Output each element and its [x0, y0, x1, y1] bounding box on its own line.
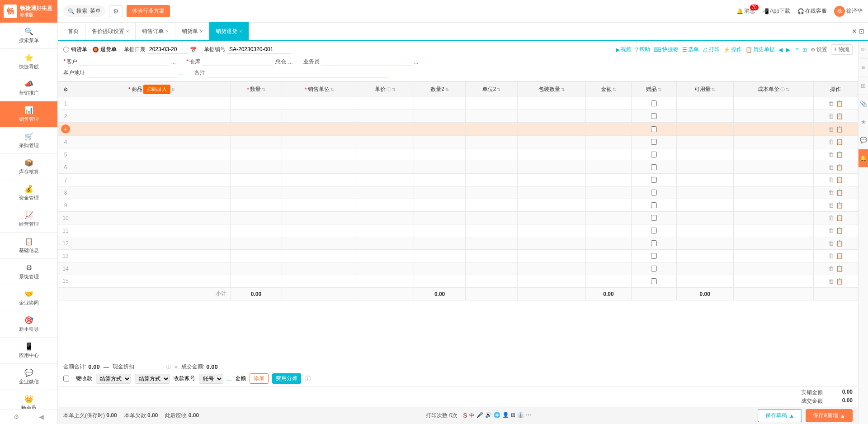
copy-row-icon[interactable]: 📋 [836, 202, 843, 209]
sidebar-settings-icon[interactable]: ⚙ [14, 413, 19, 420]
next-record-icon[interactable]: ▶ [786, 47, 790, 53]
sort-qty-icon[interactable]: ⇅ [262, 87, 265, 92]
topbar-search[interactable]: 🔍 搜索 菜单 [63, 5, 105, 17]
shortcut-btn[interactable]: ⌨ 快捷键 [654, 46, 679, 53]
delete-row-icon[interactable]: 🗑 [828, 265, 834, 272]
save-draft-button[interactable]: 保存草稿 ▲ [758, 409, 802, 422]
copy-row-icon[interactable]: 📋 [836, 100, 843, 107]
sidebar-item-system[interactable]: ⚙ 系统管理 [0, 259, 57, 285]
delete-row-icon[interactable]: 🗑 [828, 252, 834, 259]
sort-pkg-icon[interactable]: ⇅ [561, 87, 565, 92]
radio-sale-input[interactable] [63, 47, 69, 52]
view-list-icon[interactable]: ≡ [796, 47, 799, 53]
cell-qty[interactable] [230, 110, 282, 123]
cell-product-active[interactable] [73, 123, 231, 136]
sidebar-item-basic[interactable]: 📋 基础信息 [0, 233, 57, 259]
discount-input[interactable] [137, 363, 165, 370]
calc-method-select[interactable]: 结算方式 [96, 374, 131, 384]
history-btn[interactable]: 📋 历史单据 [745, 46, 775, 53]
cell-unit2[interactable] [466, 97, 518, 110]
staff-input[interactable] [321, 57, 412, 66]
cell-qty2[interactable] [414, 123, 466, 136]
cell-pkg[interactable] [517, 123, 585, 136]
user-profile[interactable]: 徐 徐泽华 [834, 6, 863, 17]
close-tab-sales-order[interactable]: × [165, 29, 168, 34]
customer-lookup-btn[interactable]: ... [171, 59, 176, 65]
print-btn[interactable]: 🖨 打印 [703, 46, 720, 53]
gift-checkbox[interactable] [651, 139, 657, 145]
account-dots[interactable]: ... [227, 376, 231, 382]
cell-cost[interactable] [733, 123, 813, 136]
app-download-link[interactable]: 📲 App下载 [762, 7, 790, 15]
radio-sale[interactable]: 销货单 [63, 46, 87, 53]
delete-row-icon[interactable]: 🗑 [828, 189, 834, 196]
save-new-button[interactable]: 保存&新增 ▲ [806, 409, 853, 422]
cell-qty[interactable] [230, 123, 282, 136]
radio-return[interactable]: 退货单 [93, 46, 117, 53]
fee-button[interactable]: 费用分摊 [272, 373, 301, 384]
copy-row-icon[interactable]: 📋 [836, 164, 843, 171]
rs-orange-icon[interactable]: 🔔 [859, 149, 868, 167]
remark-input[interactable] [207, 69, 388, 77]
close-all-tabs-icon[interactable]: ✕ [852, 28, 857, 35]
radio-return-input[interactable] [93, 47, 99, 52]
prev-record-icon[interactable]: ◀ [778, 47, 783, 53]
gift-checkbox[interactable] [651, 266, 657, 272]
maximize-icon[interactable]: ⊡ [859, 28, 864, 35]
shirt-icon[interactable]: 👔 [517, 412, 524, 419]
cell-cost[interactable] [733, 110, 813, 123]
gift-checkbox[interactable] [651, 228, 657, 233]
sort-gift-icon[interactable]: ⇅ [658, 87, 661, 92]
sidebar-item-purchase[interactable]: 🛒 采购管理 [0, 128, 57, 154]
sort-amount-icon[interactable]: ⇅ [613, 87, 616, 92]
gift-checkbox[interactable] [651, 164, 657, 170]
delete-row-icon[interactable]: 🗑 [828, 100, 834, 107]
cell-price[interactable] [357, 110, 414, 123]
address-lookup-btn[interactable]: ... [179, 70, 184, 76]
help-btn[interactable]: ? 帮助 [635, 46, 650, 53]
sidebar-item-marketing[interactable]: 📣 营销推广 [0, 75, 57, 101]
customer-input[interactable] [79, 57, 170, 66]
sidebar-item-search[interactable]: 🔍 搜索菜单 [0, 23, 57, 49]
gift-checkbox[interactable] [651, 253, 657, 259]
person-icon[interactable]: 👤 [502, 412, 509, 419]
delete-row-icon[interactable]: 🗑 [828, 214, 834, 221]
delete-row-icon[interactable]: 🗑 [828, 113, 834, 119]
delete-row-icon[interactable]: 🗑 [828, 227, 834, 234]
close-tab-sales-invoice[interactable]: × [200, 29, 203, 34]
gift-checkbox[interactable] [651, 278, 657, 284]
sort-product-icon[interactable]: ⇅ [171, 87, 175, 92]
logistics-btn[interactable]: + 物流 [831, 44, 853, 55]
cell-unit[interactable] [282, 123, 357, 136]
copy-row-icon[interactable]: 📋 [836, 138, 843, 145]
sort-qty2-icon[interactable]: ⇅ [445, 87, 449, 92]
cell-available[interactable] [676, 110, 733, 123]
cell-unit2[interactable] [466, 123, 518, 136]
copy-row-icon[interactable]: 📋 [836, 278, 843, 285]
gift-checkbox[interactable] [651, 240, 657, 246]
sidebar-item-sales[interactable]: 📊 销售管理 [0, 101, 57, 128]
copy-row-icon[interactable]: 📋 [836, 189, 843, 196]
cell-unit[interactable] [282, 110, 357, 123]
rs-chat-icon[interactable]: 💬 [859, 131, 868, 149]
gift-checkbox[interactable] [651, 190, 657, 195]
more-icon[interactable]: ⋯ [526, 412, 531, 419]
cell-pkg[interactable] [517, 97, 585, 110]
sidebar-collapse-icon[interactable]: ◀ [39, 413, 44, 420]
cell-cost[interactable] [733, 97, 813, 110]
sidebar-item-shortcut[interactable]: ⭐ 快捷导航 [0, 49, 57, 75]
date-input[interactable] [147, 45, 188, 54]
cell-product[interactable] [73, 97, 231, 110]
sidebar-item-member[interactable]: 👑 畅会员 [0, 390, 57, 409]
sidebar-item-app[interactable]: 📱 应用中心 [0, 338, 57, 364]
copy-row-icon[interactable]: 📋 [836, 126, 843, 133]
gift-checkbox[interactable] [651, 100, 657, 106]
rs-edit-icon[interactable]: ✏ [859, 41, 868, 59]
experience-button[interactable]: 体验行业方案 [127, 5, 170, 17]
tab-home[interactable]: 首页 [61, 22, 85, 40]
cell-unit[interactable] [282, 97, 357, 110]
cell-amount[interactable] [586, 110, 631, 123]
sort-cost-icon[interactable]: ⇅ [786, 87, 789, 92]
warehouse-input[interactable] [202, 57, 274, 66]
cell-price[interactable] [357, 123, 414, 136]
